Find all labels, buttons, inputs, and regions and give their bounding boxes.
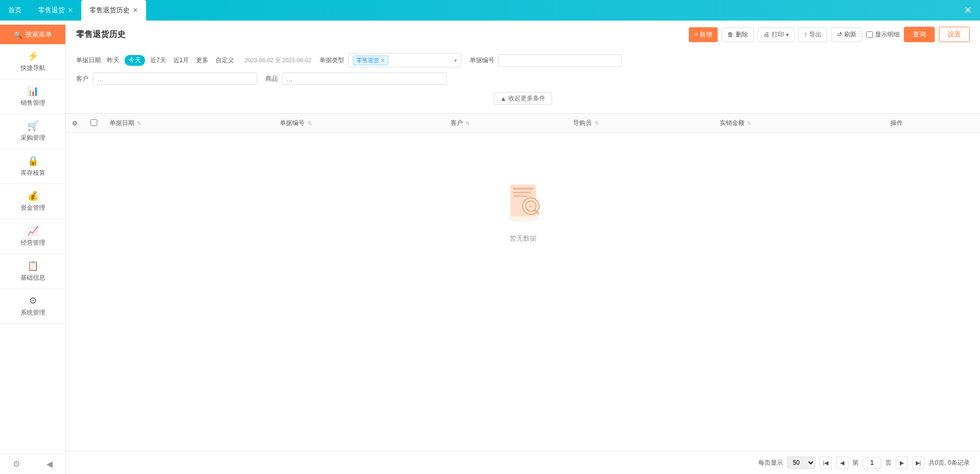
page-size-select[interactable]: 50 100 200 (787, 457, 815, 469)
first-page-button[interactable]: |◀ (819, 457, 832, 469)
date-today[interactable]: 今天 (124, 55, 145, 66)
system-icon: ⚙ (29, 295, 37, 306)
page-header: 零售退货历史 + 新增 🗑 删除 🖨 打印 ▾ ↑ (66, 21, 980, 114)
sidebar-settings-btn[interactable]: ⚙ (13, 459, 20, 469)
customer-sort-icon: ⇅ (466, 120, 470, 126)
select-all-checkbox[interactable] (91, 119, 97, 126)
operations-icon: 📈 (27, 225, 39, 236)
th-doc-date-label: 单据日期 (110, 119, 134, 126)
th-doc-no-label: 单据编号 (280, 119, 305, 126)
customer-label: 客户 (76, 75, 88, 83)
next-page-button[interactable]: ▶ (896, 457, 908, 469)
customer-filter: 客户 ... (76, 72, 257, 85)
tab-home[interactable]: 首页 (0, 0, 30, 21)
page-label: 第 (852, 459, 859, 467)
date-filter-label: 单据日期 (76, 56, 101, 65)
date-1month[interactable]: 近1月 (171, 55, 191, 66)
th-guide[interactable]: 导购员 ⇅ (567, 114, 714, 133)
tab-home-label: 首页 (8, 6, 22, 15)
sidebar-item-operations-label: 经营管理 (21, 239, 45, 247)
th-doc-no[interactable]: 单据编号 ⇅ (274, 114, 444, 133)
tab-retail-return-close[interactable]: ✕ (68, 7, 73, 14)
sidebar-search[interactable]: 🔍 搜索菜单 (0, 25, 65, 44)
doc-type-label: 单据类型 (319, 56, 344, 65)
purchase-mgmt-icon: 🛒 (27, 120, 39, 132)
display-detail-toggle[interactable]: 显示明细 (866, 30, 900, 39)
sidebar-item-purchase-mgmt[interactable]: 🛒 采购管理 (0, 114, 65, 149)
tab-retail-return-history[interactable]: 零售退货历史 ✕ (81, 0, 146, 21)
tab-list: 首页 零售退货 ✕ 零售退货历史 ✕ (0, 0, 964, 21)
goods-select[interactable]: ... (282, 72, 447, 85)
prev-page-button[interactable]: ◀ (836, 457, 848, 469)
table-settings-icon[interactable]: ⚙ (72, 120, 78, 127)
sidebar-item-sales-mgmt[interactable]: 📊 销售管理 (0, 79, 65, 114)
goods-label: 商品 (265, 75, 278, 83)
top-bar-close[interactable]: ✕ (964, 5, 980, 16)
tab-retail-return[interactable]: 零售退货 ✕ (30, 0, 81, 21)
print-button-label: 打印 (772, 30, 784, 39)
page-size-label: 每页显示 (758, 459, 783, 467)
date-range-text: 2023-06-02 至 2023-06-02 (244, 57, 311, 64)
doc-no-label: 单据编号 (470, 56, 494, 65)
goods-ellipsis[interactable]: ... (287, 75, 293, 83)
date-more[interactable]: 更多 (194, 55, 210, 66)
date-yesterday[interactable]: 昨天 (105, 55, 121, 66)
quick-nav-icon: ⚡ (27, 50, 39, 62)
collapse-row: ▲ 收起更多条件 (76, 90, 970, 107)
th-doc-date[interactable]: 单据日期 ⇅ (103, 114, 274, 133)
sidebar-item-finance[interactable]: 💰 资金管理 (0, 184, 65, 219)
finance-icon: 💰 (27, 190, 39, 202)
th-settings: ⚙ (66, 114, 84, 133)
th-customer[interactable]: 客户 ⇅ (444, 114, 567, 133)
settings-button-label: 设置 (948, 30, 961, 39)
th-customer-label: 客户 (451, 119, 463, 126)
tab-retail-return-history-close[interactable]: ✕ (133, 7, 138, 14)
filter-area: 单据日期 昨天 今天 近7天 近1月 更多 自定义 2023-06-02 至 2… (76, 47, 970, 113)
page-unit: 页 (885, 459, 892, 467)
sidebar-item-inventory[interactable]: 🔒 库存核算 (0, 149, 65, 184)
display-detail-checkbox[interactable] (866, 31, 873, 38)
page-number-input[interactable] (863, 457, 881, 468)
page-title: 零售退货历史 (76, 29, 126, 40)
th-actions-label: 操作 (890, 119, 903, 126)
customer-select[interactable]: ... (93, 72, 257, 85)
sidebar-item-system[interactable]: ⚙ 系统管理 (0, 289, 65, 324)
tab-retail-return-label: 零售退货 (38, 6, 65, 15)
export-icon: ↑ (804, 31, 807, 38)
date-7days[interactable]: 近7天 (148, 55, 168, 66)
sidebar-item-operations[interactable]: 📈 经营管理 (0, 219, 65, 254)
collapse-icon: ▲ (501, 95, 507, 102)
table-head: ⚙ 单据日期 ⇅ 单据编号 ⇅ (66, 114, 980, 133)
sidebar: 🔍 搜索菜单 ⚡ 快捷导航 📊 销售管理 🛒 采购管理 🔒 库存核算 💰 资金管… (0, 21, 66, 474)
sidebar-item-basic-info[interactable]: 📋 基础信息 (0, 254, 65, 289)
table-wrapper: ⚙ 单据日期 ⇅ 单据编号 ⇅ (66, 114, 980, 451)
doc-type-tag-close[interactable]: ✕ (381, 58, 385, 63)
export-button[interactable]: ↑ 导出 (798, 27, 827, 42)
collapse-label: 收起更多条件 (508, 94, 545, 103)
doc-date-sort-icon: ⇅ (137, 120, 141, 126)
date-custom[interactable]: 自定义 (213, 55, 236, 66)
inventory-icon: 🔒 (27, 155, 39, 167)
refresh-button[interactable]: ↺ 刷新 (831, 27, 862, 42)
query-button[interactable]: 查询 (904, 27, 935, 42)
basic-info-icon: 📋 (27, 260, 39, 271)
print-dropdown-icon: ▾ (786, 32, 789, 38)
doc-type-select[interactable]: 零售退货 ✕ ▾ (348, 53, 461, 67)
last-page-button[interactable]: ▶| (912, 457, 924, 469)
settings-button[interactable]: 设置 (939, 27, 970, 42)
sidebar-item-quick-nav[interactable]: ⚡ 快捷导航 (0, 44, 65, 79)
page-header-top: 零售退货历史 + 新增 🗑 删除 🖨 打印 ▾ ↑ (76, 27, 970, 47)
doc-no-input[interactable] (498, 54, 622, 67)
delete-button[interactable]: 🗑 删除 (722, 27, 754, 42)
sidebar-toggle-btn[interactable]: ◀ (46, 459, 52, 469)
empty-text: 暂无数据 (510, 234, 537, 243)
collapse-button[interactable]: ▲ 收起更多条件 (494, 92, 553, 105)
filter-row-2: 客户 ... 商品 ... (76, 72, 970, 85)
customer-ellipsis[interactable]: ... (97, 75, 103, 83)
total-records: 共0页, 0条记录 (929, 459, 970, 467)
print-button[interactable]: 🖨 打印 ▾ (758, 27, 794, 42)
sidebar-item-inventory-label: 库存核算 (21, 169, 45, 177)
svg-rect-3 (513, 192, 531, 193)
th-amount[interactable]: 实销金额 ⇅ (714, 114, 884, 133)
add-button[interactable]: + 新增 (689, 27, 718, 42)
